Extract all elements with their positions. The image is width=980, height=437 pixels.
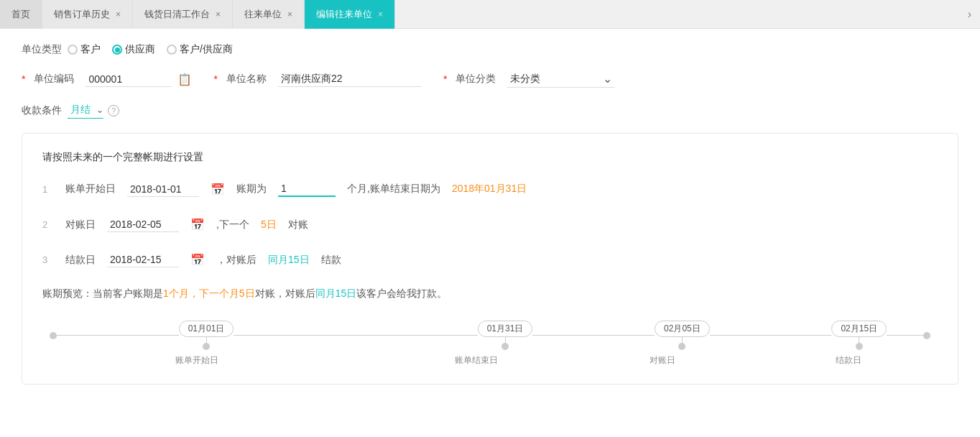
timeline-badge-3: 02月05日 (655, 321, 710, 337)
tab-partner-label: 往来单位 (244, 8, 282, 21)
payment-suffix-prefix: ，对账后 (216, 254, 256, 267)
radio-customer-circle (68, 45, 78, 55)
radio-customer-label: 客户 (80, 43, 101, 56)
preview-middle: 对账，对账后 (255, 288, 315, 299)
period-label-2: 对账日 (65, 218, 96, 231)
timeline-spacer-right (895, 354, 923, 367)
timeline-dot-4 (856, 343, 863, 350)
unit-name-star: * (213, 73, 217, 85)
start-date-cal-icon[interactable]: 📅 (211, 183, 225, 196)
tab-sales-close-icon[interactable]: × (116, 9, 121, 19)
payment-date-cal-icon[interactable]: 📅 (190, 253, 205, 267)
timeline-container: 01月01日 01月31日 02月05日 02 (42, 321, 938, 367)
period-months-input[interactable] (278, 181, 336, 197)
unit-code-copy-icon[interactable]: 📋 (177, 73, 192, 86)
unit-code-star: * (22, 73, 25, 85)
timeline-dot-3 (678, 343, 685, 350)
tab-cashflow-label: 钱货日清工作台 (144, 8, 210, 21)
timeline-node-2: 01月31日 (478, 321, 533, 350)
period-label-1: 账单开始日 (65, 183, 116, 196)
reconcile-suffix-prefix: ,下一个 (216, 218, 249, 231)
tab-cashflow[interactable]: 钱货日清工作台 × (133, 0, 233, 29)
timeline-badge-1: 01月01日 (179, 321, 234, 337)
timeline-line-3 (532, 335, 655, 336)
payment-terms-arrow-icon: ⌄ (96, 105, 103, 115)
payment-terms-value: 月结 (68, 102, 93, 118)
unit-class-label: 单位分类 (456, 73, 496, 86)
preview-part1: 1个月， (163, 288, 199, 299)
unit-class-arrow-icon: ⌄ (603, 72, 612, 86)
timeline-dot-2 (501, 343, 509, 350)
payment-suffix-text: 结款 (321, 254, 341, 267)
period-card: 请按照未来的一个完整帐期进行设置 1 账单开始日 📅 账期为 个月,账单结束日期… (22, 133, 958, 385)
timeline-track: 01月01日 01月31日 02月05日 02 (50, 321, 930, 350)
timeline-end-dot (923, 332, 930, 339)
timeline-stem-1 (206, 337, 207, 343)
timeline-stem-4 (859, 337, 859, 343)
unit-class-dropdown[interactable]: 未分类 ⌄ (507, 70, 615, 88)
reconcile-date-input[interactable] (107, 217, 179, 232)
timeline-labels: 账单开始日 账单结束日 对账日 结款日 (50, 354, 930, 367)
period-for-label: 账期为 (236, 183, 267, 196)
unit-code-label: 单位编码 (34, 73, 74, 86)
radio-both-label: 客户/供应商 (180, 43, 233, 56)
timeline-spacer-2 (243, 354, 429, 367)
payment-terms-dropdown[interactable]: 月结 ⌄ (68, 102, 103, 119)
main-content: 单位类型 客户 供应商 客户/供应商 * 单位编码 📋 * 单位名称 (0, 29, 980, 437)
timeline-label-4: 结款日 (836, 354, 861, 367)
payment-terms-label: 收款条件 (22, 104, 62, 117)
preview-suffix: 该客户会给我打款。 (356, 288, 447, 299)
timeline-start-dot (50, 332, 57, 339)
reconcile-highlight: 5日 (261, 218, 277, 231)
tab-right-arrow[interactable]: › (959, 8, 980, 21)
tab-home[interactable]: 首页 (0, 0, 42, 29)
timeline-spacer-3 (522, 354, 616, 367)
timeline-badge-4: 02月15日 (831, 321, 887, 337)
help-icon[interactable]: ? (108, 105, 119, 116)
tab-edit-label: 编辑往来单位 (316, 8, 372, 21)
timeline-spacer-left (57, 354, 150, 367)
period-unit-text: 个月,账单结束日期为 (347, 183, 440, 196)
period-end-date: 2018年01月31日 (452, 183, 527, 196)
tab-sales-order-history[interactable]: 销售订单历史 × (42, 0, 133, 29)
payment-date-input[interactable] (107, 252, 179, 267)
timeline-stem-2 (505, 337, 506, 343)
tab-cashflow-close-icon[interactable]: × (216, 9, 221, 19)
unit-type-radio-group: 客户 供应商 客户/供应商 (68, 43, 233, 56)
timeline-node-4: 02月15日 (831, 321, 887, 350)
tab-home-label: 首页 (11, 8, 30, 21)
unit-code-input[interactable] (85, 72, 172, 87)
timeline-node-1: 01月01日 (179, 321, 234, 350)
radio-supplier[interactable]: 供应商 (112, 43, 155, 56)
reconcile-date-cal-icon[interactable]: 📅 (190, 218, 205, 231)
tab-sales-label: 销售订单历史 (54, 8, 110, 21)
tab-partner-units[interactable]: 往来单位 × (233, 0, 305, 29)
help-icon-label: ? (111, 106, 116, 115)
period-row-3: 3 结款日 📅 ，对账后同月15日结款 (42, 252, 938, 267)
timeline-node-3: 02月05日 (655, 321, 710, 350)
radio-customer[interactable]: 客户 (68, 43, 101, 56)
timeline-label-container-4: 结款日 (802, 354, 895, 367)
payment-highlight: 同月15日 (268, 254, 310, 267)
period-num-3: 3 (42, 254, 54, 265)
unit-name-group: * 单位名称 (213, 72, 421, 87)
unit-details-row: * 单位编码 📋 * 单位名称 * 单位分类 未分类 ⌄ (22, 70, 958, 88)
period-row-1: 1 账单开始日 📅 账期为 个月,账单结束日期为 2018年01月31日 (42, 181, 938, 197)
preview-text: 账期预览：当前客户账期是1个月，下一个月5日对账，对账后同月15日该客户会给我打… (42, 288, 938, 300)
start-date-input[interactable] (127, 182, 199, 197)
timeline-label-container-2: 账单结束日 (430, 354, 523, 367)
tab-edit-close-icon[interactable]: × (378, 9, 383, 19)
timeline-line-5 (887, 335, 923, 336)
period-num-1: 1 (42, 184, 54, 195)
unit-name-input[interactable] (278, 72, 422, 87)
tab-partner-close-icon[interactable]: × (287, 9, 292, 19)
preview-part3: 同月15日 (315, 288, 357, 299)
unit-type-row: 单位类型 客户 供应商 客户/供应商 (22, 43, 958, 56)
unit-class-star: * (443, 73, 447, 85)
period-label-3: 结款日 (65, 254, 96, 267)
timeline-dot-1 (203, 343, 210, 350)
radio-both[interactable]: 客户/供应商 (167, 43, 233, 56)
tab-edit-partner[interactable]: 编辑往来单位 × (305, 0, 395, 29)
timeline-label-1: 账单开始日 (175, 354, 218, 367)
unit-class-group: * 单位分类 未分类 ⌄ (443, 70, 615, 88)
